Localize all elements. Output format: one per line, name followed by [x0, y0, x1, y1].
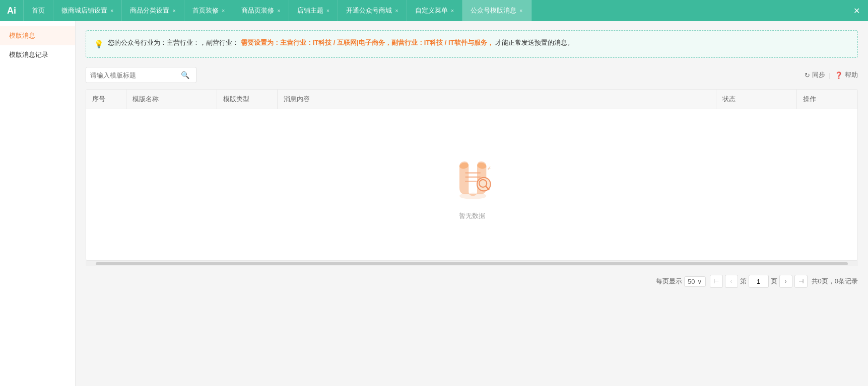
tab-label: 首页 [32, 6, 45, 15]
col-header-index: 序号 [86, 90, 126, 109]
next-page-button[interactable]: › [779, 275, 792, 288]
total-info: 共0页，0条记录 [812, 277, 858, 286]
tab-close-icon[interactable]: × [451, 8, 454, 14]
tab-label: 自定义菜单 [415, 6, 448, 15]
col-header-status: 状态 [716, 90, 797, 109]
chevron-down-icon: ∨ [697, 278, 702, 285]
tab-label: 商品页装修 [241, 6, 274, 15]
pagination: 每页显示 50 ∨ ⊢ ‹ 第 页 › ⊣ 共0页，0条记录 [86, 272, 858, 291]
table-body: 暂无数据 [86, 109, 857, 260]
content-area: 💡 您的公众号行业为：主营行业：，副营行业： 需要设置为：主营行业：IT科技 /… [76, 21, 868, 386]
tab-item-5[interactable]: 店铺主题× [289, 0, 338, 21]
tab-item-0[interactable]: 首页 [24, 0, 53, 21]
search-icon[interactable]: 🔍 [181, 71, 189, 79]
sync-button[interactable]: ↻ 同步 [805, 70, 825, 80]
scrollbar-thumb[interactable] [96, 262, 848, 265]
prev-page-button[interactable]: ‹ [725, 275, 738, 288]
sidebar: 模版消息模版消息记录 [0, 21, 76, 386]
col-header-type: 模版类型 [217, 90, 278, 109]
search-input-wrap[interactable]: 🔍 [86, 67, 196, 83]
tab-label: 首页装修 [192, 6, 219, 15]
notice-icon: 💡 [94, 38, 104, 50]
logo: Ai [0, 0, 24, 21]
help-button[interactable]: ❓ 帮助 [835, 70, 858, 80]
tab-close-icon[interactable]: × [395, 8, 398, 14]
table-header: 序号 模版名称 模版类型 消息内容 状态 操作 [86, 90, 857, 109]
tab-item-3[interactable]: 首页装修× [184, 0, 233, 21]
table-wrap: 序号 模版名称 模版类型 消息内容 状态 操作 [86, 89, 858, 261]
tab-bar: Ai 首页微商城店铺设置×商品分类设置×首页装修×商品页装修×店铺主题×开通公众… [0, 0, 868, 21]
notice-text: 您的公众号行业为：主营行业：，副营行业： 需要设置为：主营行业：IT科技 / 互… [108, 38, 574, 48]
page-size-dropdown[interactable]: 50 ∨ [684, 276, 705, 287]
tab-item-4[interactable]: 商品页装修× [233, 0, 289, 21]
notice-box: 💡 您的公众号行业为：主营行业：，副营行业： 需要设置为：主营行业：IT科技 /… [86, 30, 858, 58]
search-actions: ↻ 同步 | ❓ 帮助 [805, 70, 858, 80]
page-size-label: 每页显示 [656, 277, 682, 286]
tab-label: 店铺主题 [297, 6, 323, 15]
divider: | [829, 71, 831, 79]
tab-close-icon[interactable]: × [110, 8, 113, 14]
sidebar-item-1[interactable]: 模版消息记录 [0, 45, 75, 64]
sidebar-item-0[interactable]: 模版消息 [0, 26, 75, 45]
sync-icon: ↻ [805, 71, 810, 79]
tab-close-icon[interactable]: × [172, 8, 175, 14]
tab-close-icon[interactable]: × [326, 8, 329, 14]
scrollbar-area[interactable] [86, 261, 858, 266]
first-page-button[interactable]: ⊢ [710, 275, 723, 288]
page-size-select: 每页显示 50 ∨ [656, 276, 705, 287]
page-nav: ⊢ ‹ 第 页 › ⊣ [710, 275, 808, 288]
page-suffix: 页 [771, 277, 777, 286]
help-icon: ❓ [835, 71, 843, 79]
col-header-action: 操作 [797, 90, 857, 109]
page-prefix: 第 [740, 277, 747, 286]
col-header-content: 消息内容 [278, 90, 716, 109]
tab-item-8[interactable]: 公众号模版消息× [462, 0, 531, 21]
empty-text: 暂无数据 [459, 211, 485, 220]
tab-item-1[interactable]: 微商城店铺设置× [53, 0, 122, 21]
tab-close-icon[interactable]: × [277, 8, 280, 14]
search-input[interactable] [90, 71, 181, 79]
empty-illustration [447, 154, 497, 204]
main-layout: 模版消息模版消息记录 💡 您的公众号行业为：主营行业：，副营行业： 需要设置为：… [0, 21, 868, 386]
tab-label: 商品分类设置 [130, 6, 169, 15]
tab-label: 开通公众号商城 [346, 6, 392, 15]
notice-highlight: 需要设置为：主营行业：IT科技 / 互联网|电子商务，副营行业：IT科技 / I… [241, 39, 494, 46]
tab-close-icon[interactable]: × [222, 8, 225, 14]
tab-item-6[interactable]: 开通公众号商城× [338, 0, 407, 21]
page-number-input[interactable] [749, 275, 769, 288]
tab-item-2[interactable]: 商品分类设置× [122, 0, 184, 21]
tab-label: 公众号模版消息 [471, 6, 516, 15]
tab-label: 微商城店铺设置 [61, 6, 107, 15]
tab-close-icon[interactable]: × [519, 8, 522, 14]
tab-bar-close-button[interactable]: ✕ [845, 0, 868, 21]
col-header-name: 模版名称 [126, 90, 217, 109]
tab-item-7[interactable]: 自定义菜单× [407, 0, 462, 21]
search-bar: 🔍 ↻ 同步 | ❓ 帮助 [86, 67, 858, 83]
last-page-button[interactable]: ⊣ [794, 275, 808, 288]
